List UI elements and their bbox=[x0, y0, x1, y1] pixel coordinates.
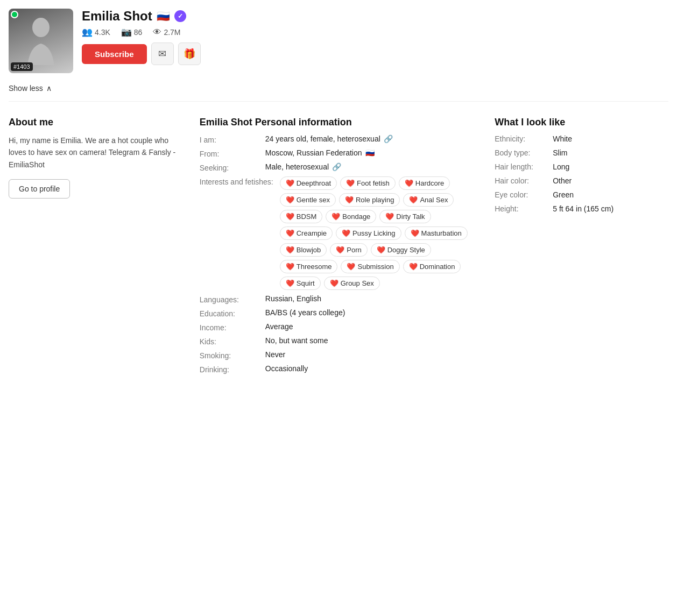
show-less-label: Show less bbox=[9, 84, 43, 93]
seeking-link-icon: 🔗 bbox=[332, 162, 341, 171]
about-column: About me Hi, my name is Emilia. We are a… bbox=[9, 117, 182, 378]
followers-icon: 👥 bbox=[82, 27, 93, 37]
education-value: BA/BS (4 years college) bbox=[265, 308, 477, 317]
interest-tag: ❤️ Squirt bbox=[280, 277, 321, 290]
i-am-value: 24 years old, female, heterosexual 🔗 bbox=[265, 134, 477, 143]
followers-count: 4.3K bbox=[95, 28, 110, 37]
heart-icon: ❤️ bbox=[409, 196, 418, 204]
drinking-label: Drinking: bbox=[200, 364, 259, 374]
interest-tag: ❤️ Anal Sex bbox=[403, 193, 454, 207]
interest-tag: ❤️ Deepthroat bbox=[280, 176, 337, 190]
go-to-profile-button[interactable]: Go to profile bbox=[9, 179, 70, 199]
profile-flag-icon: 🇷🇺 bbox=[157, 10, 170, 23]
height-label: Height: bbox=[495, 204, 548, 213]
income-value: Average bbox=[265, 322, 477, 331]
heart-icon: ❤️ bbox=[286, 196, 294, 204]
income-label: Income: bbox=[200, 322, 259, 332]
drinking-row: Drinking: Occasionally bbox=[200, 364, 477, 374]
education-row: Education: BA/BS (4 years college) bbox=[200, 308, 477, 318]
looks-title: What I look like bbox=[495, 117, 668, 128]
hair-length-label: Hair length: bbox=[495, 162, 548, 171]
interests-tags: ❤️ Deepthroat❤️ Foot fetish❤️ Hardcore❤️… bbox=[280, 176, 477, 290]
income-row: Income: Average bbox=[200, 322, 477, 332]
heart-icon: ❤️ bbox=[346, 179, 355, 187]
drinking-value: Occasionally bbox=[265, 364, 477, 373]
interest-tag: ❤️ Group Sex bbox=[324, 277, 380, 290]
message-button[interactable]: ✉ bbox=[151, 43, 174, 65]
personal-column: Emilia Shot Personal information I am: 2… bbox=[200, 117, 477, 378]
hair-length-row: Hair length: Long bbox=[495, 162, 668, 171]
hair-color-value: Other bbox=[553, 176, 572, 185]
interest-tag: ❤️ Foot fetish bbox=[340, 176, 396, 190]
gift-button[interactable]: 🎁 bbox=[178, 43, 201, 65]
interests-label: Interests and fetishes: bbox=[200, 176, 273, 186]
from-label: From: bbox=[200, 148, 259, 158]
interest-tag: ❤️ Hardcore bbox=[399, 176, 450, 190]
profile-name-row: Emilia Shot 🇷🇺 ✓ bbox=[82, 9, 668, 24]
heart-icon: ❤️ bbox=[409, 263, 418, 271]
from-value: Moscow, Russian Federation 🇷🇺 bbox=[265, 148, 477, 157]
hair-color-label: Hair color: bbox=[495, 176, 548, 185]
about-title: About me bbox=[9, 117, 182, 128]
heart-icon: ❤️ bbox=[336, 246, 344, 254]
from-flag-icon: 🇷🇺 bbox=[365, 148, 375, 157]
views-stat: 👁 2.7M bbox=[153, 27, 180, 37]
following-icon: 📷 bbox=[121, 27, 132, 37]
ethnicity-row: Ethnicity: White bbox=[495, 134, 668, 143]
heart-icon: ❤️ bbox=[286, 263, 294, 271]
avatar-badge: #1403 bbox=[11, 62, 33, 71]
interest-tag: ❤️ Blowjob bbox=[280, 243, 327, 257]
kids-label: Kids: bbox=[200, 336, 259, 346]
heart-icon: ❤️ bbox=[345, 196, 354, 204]
languages-label: Languages: bbox=[200, 294, 259, 304]
tags-container: ❤️ Deepthroat❤️ Foot fetish❤️ Hardcore❤️… bbox=[280, 176, 477, 290]
actions-row: Subscribe ✉ 🎁 bbox=[82, 43, 668, 65]
seeking-row: Seeking: Male, heterosexual 🔗 bbox=[200, 162, 477, 172]
eye-color-label: Eye color: bbox=[495, 190, 548, 199]
ethnicity-label: Ethnicity: bbox=[495, 134, 548, 143]
eye-color-row: Eye color: Green bbox=[495, 190, 668, 199]
heart-icon: ❤️ bbox=[330, 279, 338, 287]
interest-tag: ❤️ Masturbation bbox=[405, 226, 468, 240]
interest-tag: ❤️ Threesome bbox=[280, 260, 338, 273]
body-type-value: Slim bbox=[553, 148, 567, 157]
online-indicator bbox=[11, 11, 18, 18]
following-stat: 📷 86 bbox=[121, 27, 143, 37]
about-text: Hi, my name is Emilia. We are a hot coup… bbox=[9, 134, 182, 171]
interest-tag: ❤️ Role playing bbox=[339, 193, 400, 207]
following-count: 86 bbox=[134, 28, 143, 37]
main-grid: About me Hi, my name is Emilia. We are a… bbox=[9, 112, 668, 378]
show-less-toggle[interactable]: Show less ∧ bbox=[9, 80, 668, 102]
followers-stat: 👥 4.3K bbox=[82, 27, 110, 37]
verified-icon: ✓ bbox=[174, 10, 186, 22]
interest-tag: ❤️ Creampie bbox=[280, 226, 333, 240]
personal-title: Emilia Shot Personal information bbox=[200, 117, 477, 128]
smoking-label: Smoking: bbox=[200, 350, 259, 360]
interest-tag: ❤️ Bondage bbox=[326, 210, 376, 223]
profile-name: Emilia Shot bbox=[82, 9, 152, 24]
subscribe-button[interactable]: Subscribe bbox=[82, 44, 147, 64]
height-value: 5 ft 64 in (165 cm) bbox=[553, 204, 613, 213]
eye-color-value: Green bbox=[553, 190, 574, 199]
interest-tag: ❤️ Porn bbox=[330, 243, 367, 257]
interest-tag: ❤️ Dirty Talk bbox=[379, 210, 431, 223]
i-am-row: I am: 24 years old, female, heterosexual… bbox=[200, 134, 477, 144]
heart-icon: ❤️ bbox=[342, 229, 350, 237]
ethnicity-value: White bbox=[553, 134, 572, 143]
heart-icon: ❤️ bbox=[286, 279, 294, 287]
avatar-wrap: #1403 bbox=[9, 9, 73, 73]
heart-icon: ❤️ bbox=[385, 213, 394, 221]
hair-color-row: Hair color: Other bbox=[495, 176, 668, 185]
profile-info: Emilia Shot 🇷🇺 ✓ 👥 4.3K 📷 86 👁 2.7M Subs… bbox=[82, 9, 668, 65]
heart-icon: ❤️ bbox=[377, 246, 385, 254]
languages-value: Russian, English bbox=[265, 294, 477, 303]
body-type-row: Body type: Slim bbox=[495, 148, 668, 157]
views-count: 2.7M bbox=[164, 28, 180, 37]
interest-tag: ❤️ Pussy Licking bbox=[336, 226, 401, 240]
education-label: Education: bbox=[200, 308, 259, 318]
heart-icon: ❤️ bbox=[347, 263, 355, 271]
svg-point-0 bbox=[32, 18, 50, 37]
interest-tag: ❤️ Submission bbox=[341, 260, 399, 273]
heart-icon: ❤️ bbox=[332, 213, 340, 221]
height-row: Height: 5 ft 64 in (165 cm) bbox=[495, 204, 668, 213]
